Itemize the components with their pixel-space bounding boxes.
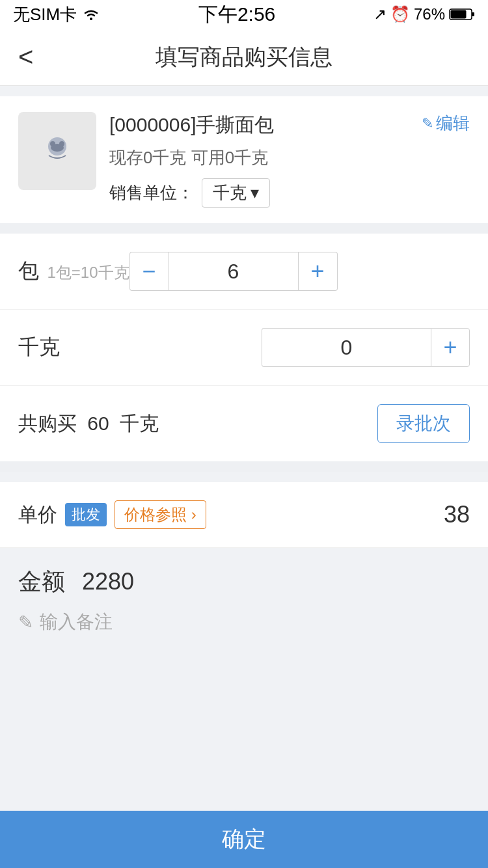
kg-label: 千克 xyxy=(18,333,262,362)
package-quantity-control: − + xyxy=(129,252,338,291)
package-input-row: 包 1包=10千克 − + xyxy=(0,234,488,310)
unit-value: 千克 xyxy=(213,182,247,204)
price-label: 单价 xyxy=(18,502,57,528)
section-divider-2 xyxy=(0,461,488,472)
package-decrement-button[interactable]: − xyxy=(129,252,169,291)
svg-point-7 xyxy=(51,144,64,152)
amount-section: 金额 2280 ✎ 输入备注 xyxy=(0,548,488,673)
product-info: [0000006]手撕面包 现存0千克 可用0千克 销售单位： 千克 ▾ xyxy=(109,112,470,208)
location-icon: ↗ xyxy=(373,5,386,23)
alarm-icon: ⏰ xyxy=(390,5,410,23)
status-right: ↗ ⏰ 76% xyxy=(373,5,475,23)
price-tag: 批发 xyxy=(65,503,107,526)
product-unit-row: 销售单位： 千克 ▾ xyxy=(109,178,470,208)
product-stock: 现存0千克 可用0千克 xyxy=(109,146,470,169)
price-section: 单价 批发 价格参照 › 38 xyxy=(0,482,488,548)
dropdown-icon: ▾ xyxy=(251,183,259,203)
package-hint: 1包=10千克 xyxy=(47,264,129,281)
wifi-icon xyxy=(82,7,100,21)
remark-icon: ✎ xyxy=(18,612,33,633)
carrier-text: 无SIM卡 xyxy=(13,3,77,26)
edit-button[interactable]: ✎ 编辑 xyxy=(422,112,470,135)
page-title: 填写商品购买信息 xyxy=(156,42,332,72)
section-divider-1 xyxy=(0,223,488,234)
status-time: 下午2:56 xyxy=(198,1,275,28)
status-bar: 无SIM卡 下午2:56 ↗ ⏰ 76% xyxy=(0,0,488,29)
confirm-button-text: 确定 xyxy=(222,824,266,854)
remark-row[interactable]: ✎ 输入备注 xyxy=(18,610,470,634)
svg-rect-2 xyxy=(472,12,474,16)
record-batch-button[interactable]: 录批次 xyxy=(377,404,470,443)
product-image xyxy=(18,112,96,190)
kg-input-row: 千克 + xyxy=(0,310,488,386)
edit-label: 编辑 xyxy=(436,112,470,135)
unit-select[interactable]: 千克 ▾ xyxy=(202,178,270,208)
svg-point-0 xyxy=(90,18,92,20)
kg-quantity-input[interactable] xyxy=(262,328,431,367)
unit-label: 销售单位： xyxy=(109,182,194,204)
nav-bar: < 填写商品购买信息 xyxy=(0,29,488,86)
product-logo xyxy=(34,128,80,174)
svg-rect-3 xyxy=(450,10,466,19)
amount-row: 金额 2280 xyxy=(18,566,470,598)
package-quantity-input[interactable] xyxy=(169,252,299,291)
status-carrier: 无SIM卡 xyxy=(13,3,100,26)
price-row: 单价 批发 价格参照 › 38 xyxy=(18,500,470,529)
back-button[interactable]: < xyxy=(18,42,33,72)
summary-row: 共购买 60 千克 录批次 xyxy=(0,386,488,461)
battery-text: 76% xyxy=(414,5,445,23)
battery-icon xyxy=(449,7,475,21)
product-name: [0000006]手撕面包 xyxy=(109,112,470,139)
package-label: 包 1包=10千克 xyxy=(18,257,129,286)
kg-quantity-control: + xyxy=(262,328,470,367)
package-increment-button[interactable]: + xyxy=(299,252,338,291)
kg-increment-button[interactable]: + xyxy=(431,328,470,367)
remark-placeholder: 输入备注 xyxy=(40,610,113,634)
price-value: 38 xyxy=(444,501,470,528)
product-card: [0000006]手撕面包 现存0千克 可用0千克 销售单位： 千克 ▾ ✎ 编… xyxy=(0,96,488,223)
confirm-bar[interactable]: 确定 xyxy=(0,811,488,868)
summary-text: 共购买 60 千克 xyxy=(18,411,159,437)
price-reference-button[interactable]: 价格参照 › xyxy=(115,500,206,529)
